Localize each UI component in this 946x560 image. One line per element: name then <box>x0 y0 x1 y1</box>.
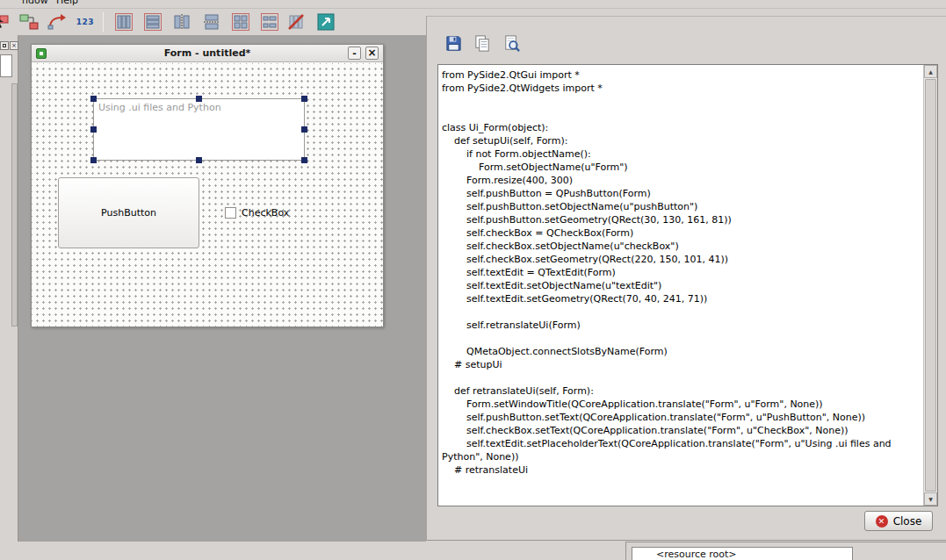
layout-form-button[interactable] <box>258 11 281 33</box>
scrollbar-thumb[interactable] <box>925 79 936 492</box>
find-icon <box>502 34 521 53</box>
edit-tab-order-icon: 123 <box>76 13 95 31</box>
selection-handle[interactable] <box>90 96 97 102</box>
form-designer-window: Form - untitled* - × Using .ui files and… <box>31 44 384 327</box>
checkbox-label: CheckBox <box>242 207 289 219</box>
resource-root-item[interactable]: <resource root> <box>632 548 852 560</box>
checkbox-widget[interactable]: CheckBox <box>225 195 314 231</box>
copy-icon <box>473 34 492 53</box>
menu-window[interactable]: ndow <box>22 0 48 7</box>
break-layout-icon <box>286 12 306 32</box>
pushbutton-label: PushButton <box>101 207 156 219</box>
edit-signals-slots-button[interactable] <box>18 11 40 33</box>
resource-browser-panel: <resource root> <box>625 542 946 560</box>
selection-handle[interactable] <box>301 157 307 163</box>
edit-signals-slots-icon <box>19 12 39 32</box>
edit-widgets-button[interactable] <box>0 11 11 33</box>
adjust-size-button[interactable] <box>314 11 337 33</box>
dock-float-button[interactable] <box>0 41 9 50</box>
selection-handle[interactable] <box>196 157 202 163</box>
selection-handle[interactable] <box>90 157 97 163</box>
pushbutton-widget[interactable]: PushButton <box>58 177 199 248</box>
resource-tree: <resource root> <box>632 547 853 560</box>
code-preview-dialog: from PySide2.QtGui import * from PySide2… <box>426 16 946 541</box>
layout-grid-button[interactable] <box>229 11 252 33</box>
form-window-titlebar[interactable]: Form - untitled* - × <box>32 45 383 62</box>
layout-vertical-icon <box>143 12 162 32</box>
checkbox-indicator[interactable] <box>225 207 236 219</box>
find-button[interactable] <box>501 32 522 54</box>
layout-horizontal-button[interactable] <box>112 11 135 33</box>
layout-vertical-button[interactable] <box>141 11 164 33</box>
form-close-button[interactable]: × <box>365 47 379 60</box>
form-minimize-button[interactable]: - <box>348 47 361 60</box>
dock-scrollbar[interactable] <box>11 83 18 327</box>
selection-handle[interactable] <box>196 96 202 102</box>
code-vertical-scrollbar[interactable]: ▲ ▼ <box>923 65 937 506</box>
dock-filter-field[interactable] <box>0 54 12 77</box>
close-button[interactable]: ✕ Close <box>864 511 933 531</box>
code-box: from PySide2.QtGui import * from PySide2… <box>437 64 938 506</box>
form-canvas[interactable]: Using .ui files and Python PushButton Ch… <box>32 63 383 327</box>
scroll-up-button[interactable]: ▲ <box>924 65 937 78</box>
layout-form-icon <box>260 12 279 32</box>
close-circle-icon: ✕ <box>876 515 888 528</box>
toolbar-separator <box>103 12 104 32</box>
layout-grid-icon <box>231 12 250 32</box>
break-layout-button[interactable] <box>285 11 307 33</box>
save-icon <box>444 34 463 53</box>
layout-vertical-splitter-button[interactable] <box>200 11 223 33</box>
code-view[interactable]: from PySide2.QtGui import * from PySide2… <box>438 65 923 506</box>
dock-close-button[interactable]: × <box>10 41 18 50</box>
textedit-widget[interactable]: Using .ui files and Python <box>93 98 305 161</box>
left-dock-panel: × <box>0 35 18 542</box>
scroll-down-button[interactable]: ▼ <box>924 492 937 506</box>
edit-buddies-icon <box>47 12 67 32</box>
menu-help[interactable]: Help <box>56 0 78 7</box>
menu-bar: ndow Help <box>0 0 426 8</box>
selection-handle[interactable] <box>301 96 307 102</box>
layout-vertical-splitter-icon <box>202 12 221 32</box>
form-window-title: Form - untitled* <box>32 45 383 62</box>
adjust-size-icon <box>316 12 336 32</box>
save-button[interactable] <box>443 32 464 54</box>
float-icon <box>3 44 6 47</box>
edit-buddies-button[interactable] <box>46 11 69 33</box>
close-button-label: Close <box>893 515 922 528</box>
mdi-workspace: Form - untitled* - × Using .ui files and… <box>18 35 426 542</box>
layout-horizontal-icon <box>114 12 134 32</box>
copy-button[interactable] <box>472 32 493 54</box>
selection-handle[interactable] <box>90 126 97 133</box>
edit-widgets-icon <box>0 12 10 32</box>
layout-horizontal-splitter-button[interactable] <box>170 11 193 33</box>
edit-tab-order-button[interactable]: 123 <box>74 11 97 33</box>
selection-handle[interactable] <box>301 126 307 133</box>
layout-horizontal-splitter-icon <box>172 12 191 32</box>
